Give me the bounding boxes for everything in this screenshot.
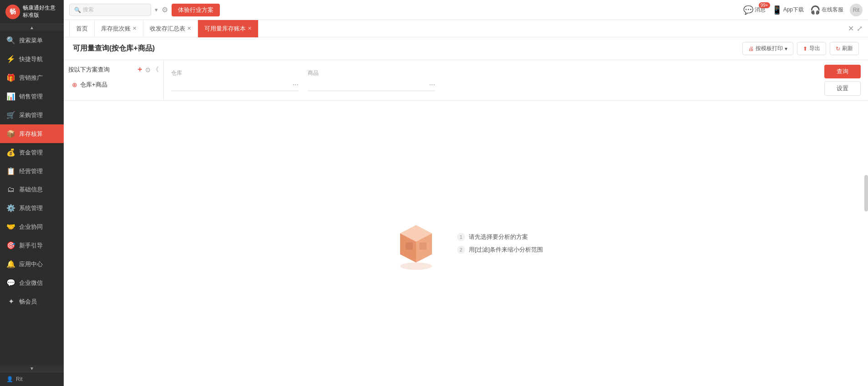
svg-rect-5: [406, 242, 413, 250]
scheme-panel-actions: ＋ ⊙ 《: [136, 65, 159, 74]
sidebar-item-marketing[interactable]: 🎁 营销推广: [0, 68, 64, 87]
svg-point-0: [400, 262, 432, 270]
sidebar-item-purchase[interactable]: 🛒 采购管理: [0, 106, 64, 124]
sidebar-item-label: 企业微信: [19, 279, 43, 287]
scheme-collapse-button[interactable]: 《: [152, 66, 159, 74]
tab-maximize-btn[interactable]: ⤢: [857, 24, 863, 33]
product-dots-button[interactable]: ···: [429, 81, 435, 89]
tab-available[interactable]: 可用量库存账本 ✕: [198, 20, 259, 37]
sidebar-item-basic[interactable]: 🗂 基础信息: [0, 180, 64, 199]
phone-icon: 📱: [772, 5, 782, 15]
print-button[interactable]: 🖨 按模板打印 ▾: [742, 42, 793, 55]
sidebar-item-label: 搜索菜单: [19, 36, 43, 45]
step-1-text: 请先选择要分析的方案: [469, 233, 528, 241]
search-chevron-icon[interactable]: ▾: [155, 6, 158, 13]
tab-home[interactable]: 首页: [69, 20, 95, 37]
online-support-button[interactable]: 🎧 在线客服: [810, 5, 843, 15]
sidebar-item-label: 基础信息: [19, 185, 43, 194]
sidebar-item-apps[interactable]: 🔔 应用中心: [0, 255, 64, 273]
warehouse-input[interactable]: ···: [171, 79, 299, 91]
sidebar-item-label: 应用中心: [19, 260, 43, 268]
tab-summary-close[interactable]: ✕: [187, 26, 191, 31]
refresh-icon: ↻: [836, 46, 840, 52]
print-label: 按模板打印: [756, 45, 783, 52]
page-title: 可用量查询(按仓库+商品): [73, 44, 155, 53]
sidebar-item-wechat[interactable]: 💬 企业微信: [0, 273, 64, 292]
print-icon: 🖨: [748, 46, 754, 52]
sidebar-item-search[interactable]: 🔍 搜索菜单: [0, 31, 64, 50]
sidebar-item-label: 销售管理: [19, 93, 43, 101]
scheme-settings-button[interactable]: ⊙: [145, 66, 151, 73]
sidebar-item-system[interactable]: ⚙️ 系统管理: [0, 199, 64, 217]
sidebar-item-newuser[interactable]: 🎯 新手引导: [0, 236, 64, 255]
tab-batch-close[interactable]: ✕: [132, 26, 137, 31]
search-icon: 🔍: [6, 36, 15, 45]
sidebar: 畅 畅康通好生意 标准版 ▲ 🔍 搜索菜单 ⚡ 快捷导航 🎁 营销推广 📊 销售…: [0, 0, 64, 386]
chat-icon: 💬: [6, 278, 15, 287]
tab-batch[interactable]: 库存批次账 ✕: [95, 20, 143, 37]
tab-available-close[interactable]: ✕: [248, 26, 252, 31]
topbar-search-box[interactable]: 🔍 搜索: [69, 4, 151, 16]
warehouse-dots-button[interactable]: ···: [293, 81, 299, 89]
message-button[interactable]: 💬 消息 99+: [743, 5, 766, 15]
message-badge: 99+: [759, 2, 770, 8]
sidebar-item-label: 资金管理: [19, 149, 43, 157]
product-input[interactable]: ···: [308, 79, 435, 91]
sidebar-item-finance[interactable]: 💰 资金管理: [0, 143, 64, 162]
query-fields: 仓库 ··· 商品 ···: [164, 60, 817, 100]
window-buttons: ✕ ⤢: [848, 24, 863, 33]
export-button[interactable]: ⬆ 导出: [797, 42, 826, 55]
scheme-add-button[interactable]: ＋: [136, 65, 143, 74]
app-download-label: App下载: [783, 6, 804, 14]
empty-step-1: 1 请先选择要分析的方案: [457, 233, 543, 241]
gear-icon: ⚙️: [6, 204, 15, 212]
sidebar-item-member[interactable]: ✦ 畅会员: [0, 292, 64, 311]
tab-close-btn[interactable]: ✕: [848, 24, 854, 33]
sidebar-item-sales[interactable]: 📊 销售管理: [0, 87, 64, 106]
money-icon: 💰: [6, 148, 15, 157]
scheme-panel-title: 按以下方案查询: [68, 66, 110, 74]
sidebar-item-cooperation[interactable]: 🤝 企业协同: [0, 217, 64, 236]
user-avatar-icon: 👤: [6, 376, 13, 382]
chart-icon: 📊: [6, 92, 15, 101]
logo-text: 畅康通好生意 标准版: [23, 5, 56, 19]
sidebar-item-label: 库存核算: [19, 130, 43, 138]
step-2-text: 用[过滤]条件来缩小分析范围: [469, 246, 543, 254]
refresh-button[interactable]: ↻ 刷新: [830, 42, 859, 55]
right-scrollbar[interactable]: [864, 175, 868, 211]
app-download-button[interactable]: 📱 App下载: [772, 5, 804, 15]
empty-text: 1 请先选择要分析的方案 2 用[过滤]条件来缩小分析范围: [457, 233, 543, 254]
print-chevron-icon: ▾: [785, 46, 787, 52]
sidebar-scroll-down[interactable]: ▼: [0, 365, 64, 372]
sidebar-scroll-up[interactable]: ▲: [0, 24, 64, 31]
tab-home-label: 首页: [76, 25, 88, 33]
empty-state: 1 请先选择要分析的方案 2 用[过滤]条件来缩小分析范围: [64, 101, 868, 386]
user-avatar[interactable]: Rit: [850, 4, 863, 16]
shortcut-icon: ⚡: [6, 55, 15, 63]
query-button[interactable]: 查询: [824, 65, 861, 78]
sidebar-user[interactable]: 👤 Rit: [0, 372, 64, 386]
topbar: 🔍 搜索 ▾ ⚙ 体验行业方案 💬 消息 99+ 📱 App下载 🎧 在线客服 …: [64, 0, 868, 20]
product-field-label: 商品: [308, 69, 435, 77]
sidebar-item-inventory[interactable]: 📦 库存核算: [0, 124, 64, 143]
tab-summary[interactable]: 收发存汇总表 ✕: [143, 20, 198, 37]
handshake-icon: 🤝: [6, 222, 15, 231]
page-actions: 🖨 按模板打印 ▾ ⬆ 导出 ↻ 刷新: [742, 42, 859, 55]
folder-icon: 🗂: [6, 185, 15, 194]
sidebar-item-label: 企业协同: [19, 223, 43, 231]
empty-illustration: [389, 216, 443, 271]
content-area: 可用量查询(按仓库+商品) 🖨 按模板打印 ▾ ⬆ 导出 ↻ 刷新: [64, 37, 868, 386]
scheme-item-warehouse-product[interactable]: ⊕ 仓库+商品: [68, 78, 159, 92]
tab-batch-label: 库存批次账: [101, 25, 131, 33]
settings-button[interactable]: 设置: [824, 81, 861, 96]
bell-icon: 🔔: [6, 260, 15, 268]
sidebar-item-shortcut[interactable]: ⚡ 快捷导航: [0, 50, 64, 68]
sidebar-nav: 🔍 搜索菜单 ⚡ 快捷导航 🎁 营销推广 📊 销售管理 🛒 采购管理 📦 库存核…: [0, 31, 64, 365]
tab-summary-label: 收发存汇总表: [150, 25, 185, 33]
sidebar-item-operations[interactable]: 📋 经营管理: [0, 162, 64, 180]
message-icon: 💬: [743, 5, 753, 15]
trial-button[interactable]: 体验行业方案: [172, 4, 220, 16]
sidebar-username: Rit: [16, 376, 23, 382]
topbar-gear-icon[interactable]: ⚙: [162, 5, 168, 14]
sidebar-item-label: 采购管理: [19, 111, 43, 119]
